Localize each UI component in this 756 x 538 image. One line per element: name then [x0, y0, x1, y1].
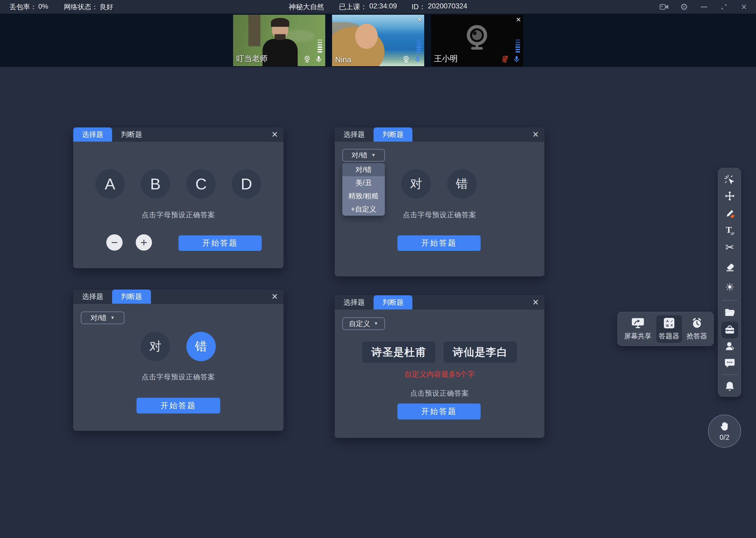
start-answer-button[interactable]: 开始答题 [398, 235, 481, 251]
tab-judge-question[interactable]: 判断题 [112, 290, 151, 304]
tab-choice-question[interactable]: 选择题 [73, 128, 112, 141]
webcam-placeholder-icon [461, 22, 493, 55]
tab-choice-question[interactable]: 选择题 [335, 128, 374, 141]
chevron-down-icon: ▼ [374, 321, 378, 326]
svg-text:×: × [670, 323, 673, 328]
whiteboard-toolbar: T ✂ ☀ [718, 168, 741, 397]
menu-item-beauty-ugly[interactable]: 美/丑 [342, 176, 385, 189]
start-answer-button[interactable]: 开始答题 [398, 404, 481, 419]
panel-close-icon[interactable]: × [272, 291, 278, 301]
answer-type-dropdown[interactable]: 对/错 ▼ [81, 311, 124, 324]
custom-length-warning: 自定义内容最多5个字 [335, 369, 544, 379]
option-false[interactable]: 错 [447, 169, 477, 198]
preset-hint: 点击字母预设正确答案 [73, 210, 283, 220]
menu-item-custom[interactable]: +自定义 [342, 202, 385, 216]
svg-text:T: T [726, 225, 732, 235]
menu-item-fine-rough[interactable]: 精致/粗糙 [342, 189, 385, 202]
video-tile-wangxiaoming: × 王小明 [431, 15, 523, 66]
cut-tool[interactable]: ✂ [722, 240, 737, 254]
tab-judge-question[interactable]: 判断题 [112, 128, 151, 141]
mic-level-bars [417, 39, 421, 53]
session-info: 神秘大自然 已上课： 02:34:09 ID： 2020070324 [0, 0, 756, 14]
chat-tool[interactable] [722, 355, 737, 370]
toolbar-divider [722, 374, 737, 375]
close-video-icon[interactable]: × [516, 15, 521, 24]
option-true[interactable]: 对 [402, 169, 431, 198]
videocam-icon[interactable] [659, 2, 669, 12]
answer-type-dropdown[interactable]: 对/错 ▼ [342, 149, 385, 162]
move-tool[interactable] [722, 188, 737, 203]
start-answer-button[interactable]: 开始答题 [136, 398, 220, 413]
answer-type-menu: 对/错 美/丑 精致/粗糙 +自定义 [342, 163, 385, 216]
minimize-icon[interactable] [699, 2, 709, 12]
video-tile-nina: × Nina [332, 15, 424, 66]
video-strip: 叮当老师 × Nina [0, 14, 756, 67]
session-id-value: 2020070324 [428, 2, 467, 12]
buzzer-clock-icon [691, 317, 703, 330]
class-time-label: 已上课： [339, 2, 367, 12]
toolbox-tool[interactable] [722, 323, 737, 337]
add-option-button[interactable]: + [136, 234, 152, 250]
mic-on-icon [315, 55, 323, 64]
members-tool[interactable] [722, 339, 737, 353]
buzzer-label: 抢答器 [687, 332, 707, 341]
option-a[interactable]: A [95, 169, 125, 198]
pen-tool[interactable] [722, 206, 737, 220]
option-false-selected[interactable]: 错 [186, 332, 216, 361]
preset-hint: 点击预设正确答案 [335, 389, 544, 398]
option-d[interactable]: D [232, 169, 261, 198]
participant-name: Nina [335, 55, 352, 64]
select-click-tool[interactable] [722, 173, 737, 188]
participant-name: 叮当老师 [236, 53, 268, 64]
screen-share-label: 屏幕共享 [624, 332, 651, 341]
bell-tool[interactable] [722, 379, 737, 394]
screen-share-icon [631, 317, 645, 330]
window-close-icon[interactable]: × [739, 2, 749, 12]
option-c[interactable]: C [186, 169, 216, 198]
restore-icon[interactable] [719, 2, 729, 12]
svg-text:·B: ·B [665, 324, 669, 328]
window-controls: ⚙ × [659, 0, 749, 14]
custom-answer-1[interactable]: 诗圣是杜甫 [362, 342, 436, 363]
remove-option-button[interactable]: − [106, 234, 122, 250]
option-b[interactable]: B [141, 169, 170, 198]
text-tool[interactable]: T [722, 223, 737, 238]
mic-on-icon [513, 55, 521, 64]
quiz-panel-choice: 选择题 判断题 × A B C D 点击字母预设正确答案 − + 开始答题 [73, 128, 283, 268]
answer-type-dropdown[interactable]: 自定义 ▼ [342, 317, 385, 330]
buzzer-button[interactable]: 抢答器 [684, 315, 710, 343]
camera-on-icon [303, 55, 311, 64]
screen-share-button[interactable]: 屏幕共享 [622, 315, 654, 343]
start-answer-button[interactable]: 开始答题 [178, 235, 262, 251]
close-video-icon[interactable]: × [417, 15, 422, 24]
raise-hand-count: 0/2 [720, 433, 730, 442]
quiz-panel-judge-custom: 选择题 判断题 × 自定义 ▼ 诗圣是杜甫 诗仙是李白 自定义内容最多5个字 点… [335, 295, 544, 438]
answer-pad-label: 答题器 [659, 332, 679, 341]
raise-hand-button[interactable]: 0/2 [708, 414, 741, 448]
tab-choice-question[interactable]: 选择题 [73, 290, 112, 304]
panel-close-icon[interactable]: × [533, 297, 539, 307]
menu-item-true-false[interactable]: 对/错 [342, 163, 385, 176]
hand-icon [719, 421, 730, 433]
tab-judge-question[interactable]: 判断题 [374, 295, 412, 309]
topbar: 丢包率： 0% 网络状态： 良好 神秘大自然 已上课： 02:34:09 ID：… [0, 0, 756, 14]
svg-text:✓: ✓ [670, 319, 674, 323]
panel-close-icon[interactable]: × [533, 129, 539, 139]
panel-close-icon[interactable]: × [272, 129, 278, 139]
room-title: 神秘大自然 [289, 2, 324, 12]
interaction-tools-panel: 屏幕共享 ·A✓·B× 答题器 抢答器 [617, 312, 714, 346]
class-time-value: 02:34:09 [369, 2, 397, 12]
custom-answer-2[interactable]: 诗仙是李白 [444, 342, 517, 363]
laser-pointer-tool[interactable]: ☀ [722, 280, 737, 295]
settings-gear-icon[interactable]: ⚙ [679, 2, 689, 12]
svg-text:·A: ·A [665, 319, 669, 323]
tab-judge-question[interactable]: 判断题 [374, 128, 412, 141]
answer-pad-button[interactable]: ·A✓·B× 答题器 [656, 315, 682, 343]
option-true[interactable]: 对 [141, 332, 170, 361]
courseware-folder-tool[interactable] [722, 305, 737, 320]
classroom-window: 丢包率： 0% 网络状态： 良好 神秘大自然 已上课： 02:34:09 ID：… [0, 0, 756, 538]
eraser-tool[interactable] [722, 259, 737, 274]
tab-choice-question[interactable]: 选择题 [335, 295, 374, 309]
preset-hint: 点击字母预设正确答案 [73, 372, 283, 382]
mic-on-icon [414, 55, 422, 64]
